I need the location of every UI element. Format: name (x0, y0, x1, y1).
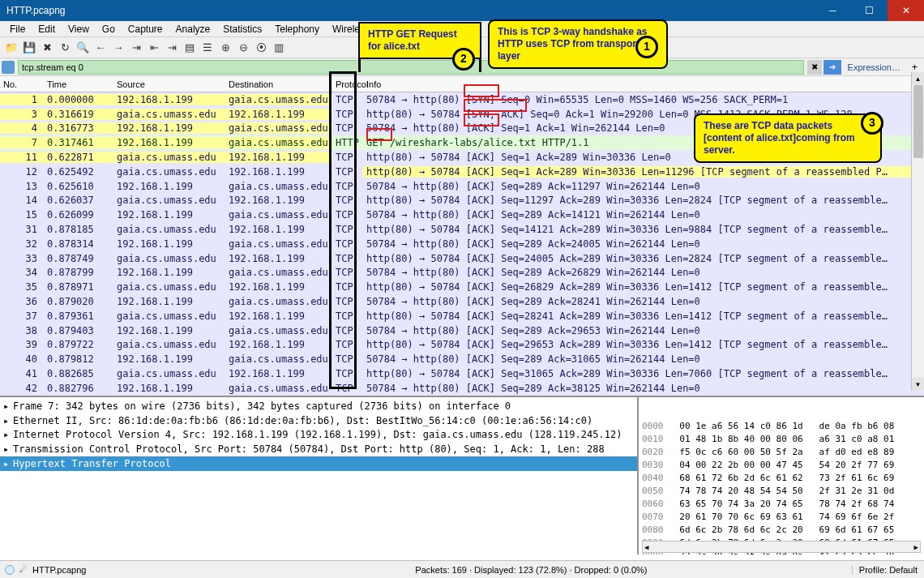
cell-info: 50784 → http(80) [ACK] Seq=289 Ack=28241… (363, 296, 924, 307)
tree-item[interactable]: ▸Hypertext Transfer Protocol (0, 456, 637, 471)
close-button[interactable]: ✕ (888, 0, 924, 21)
menu-view[interactable]: View (62, 24, 96, 35)
cell-info: 50784 → http(80) [ACK] Seq=289 Ack=24005… (363, 238, 924, 250)
cell-dst: 192.168.1.199 (225, 310, 332, 322)
expand-icon[interactable]: ▸ (3, 429, 13, 440)
packet-row[interactable]: 10.000000192.168.1.199gaia.cs.umass.eduT… (0, 92, 924, 107)
expand-icon[interactable]: ▸ (3, 443, 13, 455)
packet-row[interactable]: 410.882685gaia.cs.umass.edu192.168.1.199… (0, 366, 924, 381)
toolbar-back-icon[interactable]: ← (92, 40, 109, 56)
hex-row[interactable]: 0060 63 65 70 74 3a 20 74 65 78 74 2f 68… (642, 498, 921, 511)
scroll-down-icon[interactable]: ▼ (912, 378, 924, 391)
menu-edit[interactable]: Edit (32, 24, 62, 35)
hex-row[interactable]: 0030 04 00 22 2b 00 00 47 45 54 20 2f 77… (642, 459, 921, 472)
packet-row[interactable]: 120.625492gaia.cs.umass.edu192.168.1.199… (0, 165, 924, 179)
cell-dst: 192.168.1.199 (225, 152, 332, 163)
apply-filter-button[interactable]: ➔ (823, 60, 841, 75)
toolbar-reload-icon[interactable]: ↻ (57, 40, 73, 56)
packet-details-tree[interactable]: ▸Frame 7: 342 bytes on wire (2736 bits),… (0, 397, 637, 554)
toolbar-last-icon[interactable]: ⇥ (164, 40, 180, 56)
packet-row[interactable]: 390.879722gaia.cs.umass.edu192.168.1.199… (0, 338, 924, 353)
toolbar-fwd-icon[interactable]: → (110, 40, 126, 56)
hex-row[interactable]: 0040 68 61 72 6b 2d 6c 61 62 73 2f 61 6c… (642, 472, 921, 485)
status-profile[interactable]: Profile: Default (852, 565, 924, 575)
menu-go[interactable]: Go (96, 24, 122, 35)
toolbar-colorize-icon[interactable]: ☰ (199, 40, 216, 56)
tree-item[interactable]: ▸Frame 7: 342 bytes on wire (2736 bits),… (0, 399, 637, 413)
menu-analyze[interactable]: Analyze (169, 24, 217, 35)
toolbar-open-icon[interactable]: 📁 (3, 40, 19, 56)
toolbar-jump-icon[interactable]: ⇥ (128, 40, 144, 56)
tree-item[interactable]: ▸Transmission Control Protocol, Src Port… (0, 442, 637, 456)
toolbar-zoom-in-icon[interactable]: ⊕ (217, 40, 233, 56)
col-info-header[interactable]: Info (363, 79, 924, 89)
packet-row[interactable]: 330.878749gaia.cs.umass.edu192.168.1.199… (0, 251, 924, 266)
packet-row[interactable]: 150.626099192.168.1.199gaia.cs.umass.edu… (0, 208, 924, 222)
toolbar-close-icon[interactable]: ✖ (39, 40, 55, 56)
hex-row[interactable]: 0070 20 61 70 70 6c 69 63 61 74 69 6f 6e… (642, 511, 921, 524)
cell-info: http(80) → 50784 [ACK] Seq=29653 Ack=289… (363, 339, 924, 350)
toolbar-first-icon[interactable]: ⇤ (146, 40, 162, 56)
menu-statistics[interactable]: Statistics (216, 24, 268, 35)
expand-icon[interactable]: ▸ (3, 458, 13, 469)
col-dst-header[interactable]: Destination (225, 79, 332, 89)
hex-row[interactable]: 0000 00 1e a6 56 14 c0 86 1d de 0a fb b6… (642, 420, 921, 433)
col-no-header[interactable]: No. (0, 79, 44, 89)
scroll-left-icon[interactable]: ◀ (643, 543, 650, 551)
minimize-button[interactable]: ─ (815, 0, 851, 21)
packet-row[interactable]: 320.878314192.168.1.199gaia.cs.umass.edu… (0, 237, 924, 251)
hex-row[interactable]: 0010 01 48 1b 8b 40 00 80 06 a6 31 c0 a8… (642, 433, 921, 446)
toolbar-resize-cols-icon[interactable]: ▥ (271, 40, 287, 56)
clear-filter-button[interactable]: ✖ (807, 60, 822, 75)
callout-1-text: This is TCP 3-way handshake as HTTP uses… (498, 26, 648, 62)
col-proto-header[interactable]: Protocol (332, 79, 363, 89)
col-src-header[interactable]: Source (113, 79, 225, 89)
toolbar-zoom-reset-icon[interactable]: ⦿ (253, 40, 269, 56)
scroll-up-icon[interactable]: ▲ (912, 72, 924, 85)
cell-proto: TCP (332, 209, 363, 220)
expand-icon[interactable]: ▸ (3, 400, 13, 412)
packet-row[interactable]: 310.878185gaia.cs.umass.edu192.168.1.199… (0, 222, 924, 237)
hex-row[interactable]: 0080 6d 6c 2b 78 6d 6c 2c 20 69 6d 61 67… (642, 524, 921, 537)
hex-row[interactable]: 0020 f5 0c c6 60 00 50 5f 2a af d0 ed e8… (642, 446, 921, 459)
toolbar-autoscroll-icon[interactable]: ▤ (182, 40, 198, 56)
col-time-header[interactable]: Time (44, 79, 113, 89)
menu-telephony[interactable]: Telephony (268, 24, 326, 35)
expression-button[interactable]: Expression… (843, 62, 905, 72)
cell-src: gaia.cs.umass.edu (113, 253, 225, 264)
toolbar-find-icon[interactable]: 🔍 (75, 40, 91, 56)
packet-row[interactable]: 140.626037gaia.cs.umass.edu192.168.1.199… (0, 194, 924, 208)
window-title: HTTP.pcapng (6, 5, 66, 16)
packet-row[interactable]: 420.882796192.168.1.199gaia.cs.umass.edu… (0, 381, 924, 396)
packet-row[interactable]: 370.879361gaia.cs.umass.edu192.168.1.199… (0, 309, 924, 323)
packet-row[interactable]: 400.879812192.168.1.199gaia.cs.umass.edu… (0, 352, 924, 366)
display-filter-input[interactable] (18, 60, 804, 75)
packet-row[interactable]: 340.878799192.168.1.199gaia.cs.umass.edu… (0, 266, 924, 280)
cell-time: 0.879361 (44, 310, 113, 322)
cell-info: http(80) → 50784 [ACK] Seq=26829 Ack=289… (363, 281, 924, 293)
filter-bookmark-icon[interactable] (2, 61, 15, 74)
packet-list-scrollbar[interactable]: ▲ ▼ (911, 72, 924, 391)
hex-row[interactable]: 0050 74 78 74 20 48 54 54 50 2f 31 2e 31… (642, 485, 921, 498)
hex-scrollbar[interactable]: ◀▶ (642, 541, 921, 553)
scroll-thumb[interactable] (913, 85, 923, 158)
expand-icon[interactable]: ▸ (3, 415, 13, 426)
status-expert-icon[interactable]: ☄ (19, 564, 28, 575)
toolbar-zoom-out-icon[interactable]: ⊖ (235, 40, 251, 56)
callout-2: HTTP GET Request for alice.txt 2 (358, 22, 481, 59)
add-filter-button[interactable]: + (907, 62, 922, 73)
hex-dump-pane[interactable]: 0000 00 1e a6 56 14 c0 86 1d de 0a fb b6… (637, 397, 924, 554)
tree-item[interactable]: ▸Internet Protocol Version 4, Src: 192.1… (0, 428, 637, 443)
tree-item[interactable]: ▸Ethernet II, Src: 86:1d:de:0a:fb:b6 (86… (0, 413, 637, 428)
maximize-button[interactable]: ☐ (851, 0, 888, 21)
packet-row[interactable]: 360.879020192.168.1.199gaia.cs.umass.edu… (0, 294, 924, 309)
menu-file[interactable]: File (3, 24, 32, 35)
scroll-right-icon[interactable]: ▶ (913, 543, 920, 551)
packet-row[interactable]: 350.878971gaia.cs.umass.edu192.168.1.199… (0, 280, 924, 294)
packet-row[interactable]: 130.625610192.168.1.199gaia.cs.umass.edu… (0, 179, 924, 194)
cell-dst: gaia.cs.umass.edu (225, 137, 332, 148)
cell-no: 31 (0, 224, 44, 235)
menu-capture[interactable]: Capture (122, 24, 169, 35)
toolbar-save-icon[interactable]: 💾 (21, 40, 37, 56)
packet-row[interactable]: 380.879403192.168.1.199gaia.cs.umass.edu… (0, 323, 924, 338)
